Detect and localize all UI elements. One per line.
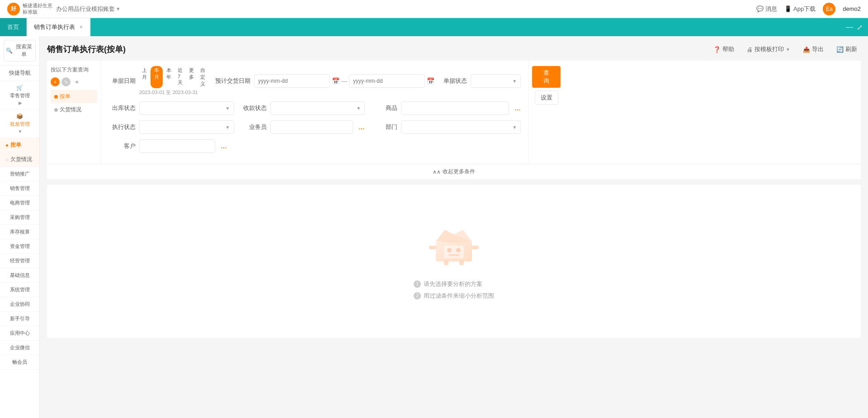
sidebar-item-basic[interactable]: 基础信息 [0, 268, 39, 283]
sidebar-item-ecommerce[interactable]: 电商管理 [0, 196, 39, 210]
scheme-item-debt[interactable]: 欠货情况 [51, 103, 97, 116]
header-right: 💬 消息 📱 App下载 Ea demo2 [756, 3, 861, 15]
sidebar-item-purchase[interactable]: 采购管理 [0, 210, 39, 225]
date-tab-lastmonth[interactable]: 上月 [139, 66, 150, 88]
debt-dot-icon: ○ [5, 157, 9, 163]
collapse-scheme-button[interactable]: « [72, 77, 81, 86]
customer-input[interactable] [139, 139, 215, 153]
filter-scheme-title: 按以下方案查询 [51, 66, 97, 74]
status-select[interactable]: ▼ [471, 74, 521, 88]
app-download-button[interactable]: 📱 App下载 [784, 5, 816, 13]
filter-panel: 按以下方案查询 + ✎ « 按单 欠货情况 [47, 61, 861, 164]
refresh-button[interactable]: 🔄 刷新 [833, 43, 861, 55]
filter-row-1: 单据日期 上月 本月 本年 近7天 更多 自定义 [108, 66, 521, 96]
date-tab-7days[interactable]: 近7天 [175, 66, 185, 88]
tab-close-icon[interactable]: × [80, 24, 83, 30]
calendar-end-icon[interactable]: 📅 [427, 77, 434, 85]
dept-select[interactable]: ▼ [401, 120, 521, 134]
sidebar-item-finance[interactable]: 资金管理 [0, 239, 39, 254]
tab-sales-exec[interactable]: 销售订单执行表 × [27, 18, 90, 36]
filter-field-delivery: 出库状态 ▼ [108, 101, 234, 115]
filter-field-salesperson: 业务员 … [240, 120, 365, 134]
empty-icon-area [427, 221, 481, 267]
message-button[interactable]: 💬 消息 [756, 5, 777, 13]
svg-point-5 [447, 248, 452, 252]
setting-button[interactable]: 设置 [535, 90, 558, 105]
print-icon: 🖨 [747, 46, 753, 53]
payment-label: 收款状态 [240, 104, 267, 112]
sidebar-item-appcenter[interactable]: 应用中心 [0, 326, 39, 341]
member-label: 畅会员 [12, 359, 27, 366]
sub-nav-debt[interactable]: ○ 欠货情况 [0, 152, 39, 167]
payment-select[interactable]: ▼ [270, 101, 365, 115]
logo-icon: 好 [7, 3, 20, 15]
finance-label: 资金管理 [10, 243, 30, 250]
sidebar-item-retail[interactable]: 🛒 零售管理 ▶ [0, 81, 39, 109]
filter-content-wrapper: 单据日期 上月 本月 本年 近7天 更多 自定义 [101, 61, 564, 164]
goods-input[interactable] [401, 101, 509, 115]
avatar[interactable]: Ea [823, 3, 835, 15]
customer-more-icon[interactable]: … [221, 142, 227, 150]
tab-minimize-button[interactable]: — [846, 23, 853, 31]
tab-sales-exec-label: 销售订单执行表 [34, 23, 75, 31]
logo-area: 好 畅捷通好生意 标准版 [7, 3, 52, 15]
sidebar-item-wechat[interactable]: 企业微信 [0, 341, 39, 355]
edit-scheme-button[interactable]: ✎ [61, 77, 71, 86]
collapse-bar[interactable]: ∧∧ 收起更多条件 [47, 164, 861, 179]
svg-rect-4 [444, 246, 464, 258]
goods-more-icon[interactable]: … [514, 104, 521, 112]
purchase-label: 采购管理 [10, 214, 30, 221]
print-button[interactable]: 🖨 按模板打印 ▼ [743, 43, 794, 55]
logo-text: 畅捷通好生意 标准版 [23, 3, 52, 14]
sidebar-item-quick-nav[interactable]: 快捷导航 [0, 66, 39, 81]
sidebar-item-operations[interactable]: 经营管理 [0, 254, 39, 268]
basic-label: 基础信息 [10, 272, 30, 279]
delivery-label: 出库状态 [108, 104, 136, 112]
date-tab-more[interactable]: 更多 [186, 66, 197, 88]
tip1-num: 1 [414, 280, 421, 288]
expected-date-end-input[interactable] [349, 74, 425, 88]
sidebar-item-member[interactable]: 畅会员 [0, 355, 39, 370]
filter-field-customer: 客户 … [108, 139, 227, 153]
sidebar-item-sales[interactable]: 销售管理 [0, 181, 39, 196]
sidebar-item-inventory[interactable]: 库存核算 [0, 225, 39, 239]
exec-select[interactable]: ▼ [139, 120, 234, 134]
search-menu-button[interactable]: 🔍 搜索菜单 [4, 40, 36, 62]
tab-bar: 首页 销售订单执行表 × — ⤢ [0, 18, 868, 36]
add-scheme-button[interactable]: + [51, 77, 60, 86]
expected-date-start-input[interactable] [254, 74, 330, 88]
sidebar-item-wholesale[interactable]: 📦 批发管理 ▼ [0, 109, 39, 138]
salesperson-more-icon[interactable]: … [359, 124, 365, 131]
date-tab-custom[interactable]: 自定义 [198, 66, 208, 88]
sidebar-item-marketing[interactable]: 营销推广 [0, 167, 39, 181]
wechat-label: 企业微信 [10, 344, 30, 351]
tab-maximize-button[interactable]: ⤢ [857, 23, 863, 32]
date-separator: — [341, 78, 347, 85]
scheme-dot-debt [54, 108, 58, 112]
sub-nav-order[interactable]: ● 按单 [0, 138, 39, 152]
sidebar-item-enterprise[interactable]: 企业协同 [0, 297, 39, 312]
query-button[interactable]: 查询 [532, 66, 561, 88]
sidebar-item-newcomer[interactable]: 新手引导 [0, 312, 39, 326]
salesperson-input[interactable] [270, 120, 354, 134]
empty-box-icon [427, 221, 481, 266]
customer-label: 客户 [108, 142, 136, 150]
filter-button-area: 查询 设置 [528, 61, 564, 164]
breadcrumb-arrow-icon[interactable]: ▾ [117, 5, 120, 12]
filter-field-payment: 收款状态 ▼ [240, 101, 365, 115]
date-tab-thismonth[interactable]: 本月 [151, 66, 163, 88]
delivery-arrow-icon: ▼ [226, 106, 230, 111]
export-button[interactable]: 📤 导出 [799, 43, 827, 55]
wholesale-arrow-icon: ▼ [18, 129, 23, 134]
filter-row-4: 客户 … [108, 139, 521, 153]
ecommerce-label: 电商管理 [10, 200, 30, 206]
delivery-select[interactable]: ▼ [139, 101, 234, 115]
scheme-item-order[interactable]: 按单 [51, 90, 97, 103]
sidebar-item-system[interactable]: 系统管理 [0, 283, 39, 297]
calendar-start-icon[interactable]: 📅 [332, 77, 340, 85]
date-tab-thisyear[interactable]: 本年 [164, 66, 174, 88]
retail-arrow-icon: ▶ [19, 100, 22, 105]
tab-home[interactable]: 首页 [0, 18, 27, 36]
help-button[interactable]: ❓ 帮助 [710, 43, 738, 55]
marketing-label: 营销推广 [10, 171, 30, 177]
